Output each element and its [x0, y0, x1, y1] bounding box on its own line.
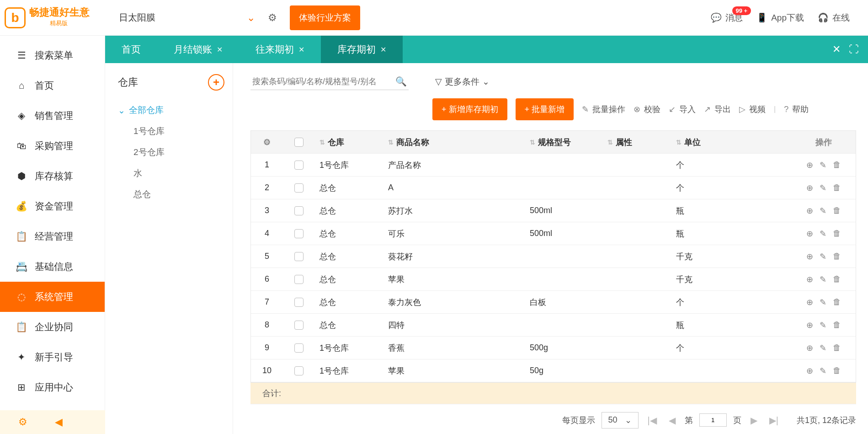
online-support-button[interactable]: 🎧 在线 [818, 12, 850, 24]
delete-icon[interactable]: 🗑 [833, 320, 841, 330]
select-all-checkbox[interactable] [294, 138, 304, 147]
sidebar-item-basic[interactable]: 📇基础信息 [0, 252, 105, 282]
row-checkbox[interactable] [294, 366, 304, 375]
fullscreen-icon[interactable]: ⛶ [849, 43, 859, 55]
copy-icon[interactable]: ⊕ [806, 297, 813, 307]
delete-icon[interactable]: 🗑 [833, 206, 841, 215]
edit-icon[interactable]: ✎ [820, 183, 826, 193]
add-warehouse-button[interactable]: + [208, 74, 224, 91]
tab-receivable-initial[interactable]: 往来期初✕ [239, 36, 321, 63]
sort-icon[interactable]: ⇅ [530, 139, 535, 146]
sidebar-item-system[interactable]: ◌系统管理 [0, 282, 105, 312]
sidebar-item-apps[interactable]: ⊞应用中心 [0, 372, 105, 402]
tree-leaf[interactable]: 2号仓库 [133, 146, 224, 158]
page-number-input[interactable] [699, 413, 727, 427]
sort-icon[interactable]: ⇅ [607, 139, 613, 146]
delete-icon[interactable]: 🗑 [833, 274, 841, 284]
sidebar-item-business[interactable]: 📋经营管理 [0, 221, 105, 252]
tree-leaf[interactable]: 水 [133, 167, 224, 179]
copy-icon[interactable]: ⊕ [806, 274, 813, 284]
row-checkbox[interactable] [294, 183, 304, 193]
edit-icon[interactable]: ✎ [820, 160, 826, 170]
bulk-operate-button[interactable]: ✎批量操作 [582, 104, 625, 115]
row-checkbox[interactable] [294, 252, 304, 261]
export-button[interactable]: ↗导出 [704, 104, 731, 115]
verify-button[interactable]: ⊗校验 [634, 104, 660, 115]
sidebar-item-funds[interactable]: 💰资金管理 [0, 191, 105, 221]
collapse-icon[interactable]: ◀ [55, 416, 63, 428]
delete-icon[interactable]: 🗑 [833, 366, 841, 375]
gear-icon[interactable]: ⚙ [18, 416, 27, 428]
edit-icon[interactable]: ✎ [820, 229, 826, 239]
page-size-select[interactable]: 50⌄ [602, 412, 639, 429]
close-all-icon[interactable]: ✕ [832, 43, 841, 55]
search-icon[interactable]: 🔍 [395, 76, 407, 87]
delete-icon[interactable]: 🗑 [833, 183, 841, 193]
sidebar-item-inventory[interactable]: ⬢库存核算 [0, 161, 105, 191]
more-filters-button[interactable]: ▽ 更多条件 ⌄ [435, 76, 490, 88]
row-checkbox[interactable] [294, 298, 304, 307]
tree-root[interactable]: ⌄ 全部仓库 [118, 104, 224, 116]
edit-icon[interactable]: ✎ [820, 206, 826, 216]
first-page-button[interactable]: |◀ [645, 415, 660, 426]
tree-leaf[interactable]: 总仓 [133, 188, 224, 200]
edit-icon[interactable]: ✎ [820, 320, 826, 330]
video-button[interactable]: ▷视频 [739, 104, 766, 115]
import-button[interactable]: ↙导入 [669, 104, 696, 115]
edit-icon[interactable]: ✎ [820, 366, 826, 376]
copy-icon[interactable]: ⊕ [806, 183, 813, 193]
delete-icon[interactable]: 🗑 [833, 252, 841, 261]
bulk-add-button[interactable]: + 批量新增 [516, 98, 574, 120]
gear-icon[interactable]: ⚙ [263, 137, 271, 147]
copy-icon[interactable]: ⊕ [806, 343, 813, 353]
sidebar-item-guide[interactable]: ✦新手引导 [0, 342, 105, 372]
edit-icon[interactable]: ✎ [820, 297, 826, 307]
tree-leaf[interactable]: 1号仓库 [133, 125, 224, 137]
tab-month-lock[interactable]: 月结锁账✕ [157, 36, 239, 63]
delete-icon[interactable]: 🗑 [833, 297, 841, 307]
close-icon[interactable]: ✕ [380, 45, 386, 54]
row-checkbox[interactable] [294, 275, 304, 284]
copy-icon[interactable]: ⊕ [806, 320, 813, 330]
seller-select[interactable]: 日太阳膜 ⌄ [105, 11, 255, 24]
sort-icon[interactable]: ⇅ [320, 139, 325, 146]
sidebar-item-home[interactable]: ⌂首页 [0, 70, 105, 101]
row-checkbox[interactable] [294, 229, 304, 238]
sidebar-item-purchase[interactable]: 🛍采购管理 [0, 131, 105, 161]
copy-icon[interactable]: ⊕ [806, 366, 813, 376]
delete-icon[interactable]: 🗑 [833, 229, 841, 238]
next-page-button[interactable]: ▶ [748, 415, 760, 426]
experience-plan-button[interactable]: 体验行业方案 [290, 5, 360, 30]
delete-icon[interactable]: 🗑 [833, 343, 841, 353]
row-checkbox[interactable] [294, 206, 304, 215]
edit-icon[interactable]: ✎ [820, 274, 826, 284]
copy-icon[interactable]: ⊕ [806, 252, 813, 262]
sort-icon[interactable]: ⇅ [676, 139, 682, 146]
edit-icon[interactable]: ✎ [820, 252, 826, 262]
prev-page-button[interactable]: ◀ [666, 415, 678, 426]
edit-icon[interactable]: ✎ [820, 343, 826, 353]
copy-icon[interactable]: ⊕ [806, 160, 813, 170]
messages-button[interactable]: 💬 消息 99 + [711, 12, 743, 24]
row-checkbox[interactable] [294, 161, 304, 170]
app-download-button[interactable]: 📱 App下载 [756, 12, 804, 24]
row-checkbox[interactable] [294, 321, 304, 330]
delete-icon[interactable]: 🗑 [833, 160, 841, 170]
settings-icon[interactable]: ⚙ [268, 12, 277, 24]
help-button[interactable]: ?帮助 [784, 104, 809, 115]
tab-inventory-initial[interactable]: 库存期初✕ [321, 36, 403, 63]
copy-icon[interactable]: ⊕ [806, 206, 813, 216]
last-page-button[interactable]: ▶| [767, 415, 781, 426]
add-inventory-button[interactable]: + 新增库存期初 [432, 98, 507, 120]
row-checkbox[interactable] [294, 343, 304, 353]
tab-home[interactable]: 首页 [105, 36, 157, 63]
sidebar-item-sales[interactable]: ◈销售管理 [0, 101, 105, 131]
search-box[interactable]: 🔍 [250, 73, 409, 90]
close-icon[interactable]: ✕ [217, 45, 223, 54]
sidebar-item-search[interactable]: ☰搜索菜单 [0, 40, 105, 70]
search-input[interactable] [252, 77, 392, 86]
sidebar-item-collab[interactable]: 📋企业协同 [0, 312, 105, 342]
copy-icon[interactable]: ⊕ [806, 229, 813, 239]
sort-icon[interactable]: ⇅ [388, 139, 394, 146]
close-icon[interactable]: ✕ [298, 45, 304, 54]
